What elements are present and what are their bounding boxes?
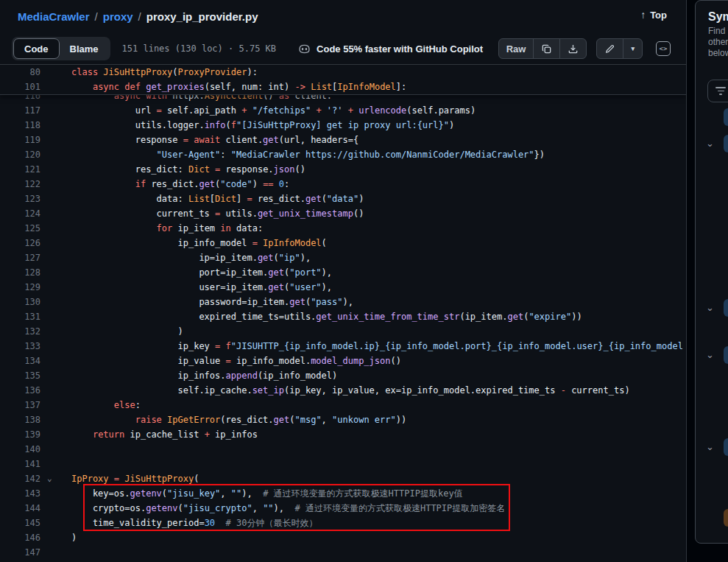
line-number[interactable]: 128: [0, 265, 40, 280]
line-number[interactable]: 122: [0, 177, 40, 192]
symbols-filter-input[interactable]: [707, 80, 728, 102]
symbol-list-item[interactable]: [696, 509, 728, 527]
code-text: ): [71, 530, 686, 545]
line-gutter: [40, 530, 71, 545]
code-text: port=ip_item.get("port"),: [71, 265, 686, 280]
code-text: IpProxy = JiSuHttpProxy(: [71, 471, 686, 486]
line-number[interactable]: 145: [0, 516, 40, 530]
symbols-sidebar: Sym Find other below ⌄ ⌄ ⌄ ⌄: [695, 0, 728, 544]
line-gutter: [40, 516, 71, 530]
raw-button[interactable]: Raw: [499, 39, 534, 58]
line-gutter: [40, 486, 71, 501]
code-text: "User-Agent": "MediaCrawler https://gith…: [71, 147, 686, 162]
symbol-list-item[interactable]: ⌄: [696, 299, 728, 317]
code-symbols-icon: <>: [656, 41, 671, 56]
code-text: crypto=os.getenv("jisu_crypto", ""), # 通…: [71, 501, 686, 516]
line-number[interactable]: 80: [0, 65, 40, 80]
line-number[interactable]: 130: [0, 295, 40, 309]
line-number[interactable]: 124: [0, 206, 40, 221]
line-number[interactable]: 101: [0, 80, 40, 94]
line-gutter: [40, 147, 71, 162]
line-number[interactable]: 121: [0, 162, 40, 177]
back-to-top-button[interactable]: ↑ Top: [640, 9, 667, 21]
line-number[interactable]: 146: [0, 530, 40, 545]
line-number[interactable]: 118: [0, 118, 40, 133]
code-line: 140: [0, 442, 686, 457]
symbols-panel-toggle-button[interactable]: <>: [652, 38, 674, 59]
line-number[interactable]: 136: [0, 383, 40, 398]
line-number[interactable]: 143: [0, 486, 40, 501]
chevron-down-icon[interactable]: ⌄: [706, 346, 722, 364]
code-text: url = self.api_path + "/fetchips" + '?' …: [71, 103, 686, 118]
line-number[interactable]: 135: [0, 368, 40, 383]
chevron-down-icon[interactable]: ⌄: [706, 438, 722, 456]
line-number[interactable]: 134: [0, 354, 40, 368]
line-number[interactable]: 127: [0, 250, 40, 265]
code-line: 144 crypto=os.getenv("jisu_crypto", ""),…: [0, 501, 686, 516]
code-line: 143 key=os.getenv("jisu_key", ""), # 通过环…: [0, 486, 686, 501]
chevron-down-icon[interactable]: ⌄: [706, 299, 722, 317]
code-line: 117 url = self.api_path + "/fetchips" + …: [0, 103, 686, 118]
line-number[interactable]: 147: [0, 545, 40, 560]
line-gutter: [40, 103, 71, 118]
symbol-list-item[interactable]: [696, 108, 728, 126]
line-number[interactable]: 139: [0, 427, 40, 442]
code-text: async def get_proxies(self, num: int) ->…: [71, 80, 686, 94]
tab-code[interactable]: Code: [13, 38, 60, 59]
line-number[interactable]: 125: [0, 221, 40, 236]
line-number[interactable]: 123: [0, 192, 40, 206]
line-gutter: [40, 339, 71, 354]
symbol-list-item[interactable]: ⌄: [696, 135, 728, 152]
line-number[interactable]: 141: [0, 457, 40, 471]
code-line: 134 ip_value = ip_info_model.model_dump_…: [0, 354, 686, 368]
breadcrumb-folder-link[interactable]: proxy: [103, 10, 133, 23]
chevron-down-icon[interactable]: ⌄: [706, 135, 722, 152]
code-line: 80class JiSuHttpProxy(ProxyProvider):: [0, 65, 686, 80]
symbol-list-item[interactable]: ⌄: [696, 346, 728, 364]
code-line: 119 response = await client.get(url, hea…: [0, 133, 686, 147]
line-number[interactable]: 129: [0, 280, 40, 295]
line-gutter: [40, 221, 71, 236]
code-line: 137 else:: [0, 398, 686, 412]
fold-chevron-down-icon[interactable]: ⌄: [40, 471, 71, 486]
copilot-banner[interactable]: Code 55% faster with GitHub Copilot: [298, 43, 483, 55]
line-number[interactable]: 142: [0, 471, 40, 486]
raw-copy-download-group: Raw: [498, 38, 587, 59]
line-number[interactable]: 144: [0, 501, 40, 516]
edit-button[interactable]: [597, 39, 623, 58]
line-number[interactable]: 120: [0, 147, 40, 162]
line-gutter: [40, 133, 71, 147]
line-number[interactable]: 119: [0, 133, 40, 147]
sticky-scope-header: 80class JiSuHttpProxy(ProxyProvider):101…: [0, 65, 686, 95]
line-number[interactable]: 138: [0, 412, 40, 427]
line-gutter: [40, 236, 71, 250]
code-blame-switch: Code Blame: [12, 37, 110, 60]
breadcrumb-repo-link[interactable]: MediaCrawler: [18, 10, 90, 23]
code-line: 126 ip_info_model = IpInfoModel(: [0, 236, 686, 250]
line-number[interactable]: 117: [0, 103, 40, 118]
edit-dropdown-button[interactable]: ▾: [623, 39, 642, 58]
toolbar-actions: Raw: [498, 38, 674, 59]
line-number[interactable]: 131: [0, 309, 40, 324]
download-button[interactable]: [559, 39, 586, 58]
line-gutter: [40, 309, 71, 324]
symbol-list-item[interactable]: ⌄: [696, 438, 728, 456]
code-line: 142⌄IpProxy = JiSuHttpProxy(: [0, 471, 686, 486]
code-line: 147: [0, 545, 686, 560]
download-icon: [568, 43, 579, 55]
line-gutter: [40, 354, 71, 368]
code-text: self.ip_cache.set_ip(ip_key, ip_value, e…: [71, 383, 686, 398]
code-text: ip_value = ip_info_model.model_dump_json…: [71, 354, 686, 368]
tab-blame[interactable]: Blame: [60, 38, 109, 59]
code-line: 135 ip_infos.append(ip_info_model): [0, 368, 686, 383]
code-text: key=os.getenv("jisu_key", ""), # 通过环境变量的…: [71, 486, 686, 501]
line-number[interactable]: 126: [0, 236, 40, 250]
line-number[interactable]: 132: [0, 324, 40, 339]
line-number[interactable]: 133: [0, 339, 40, 354]
code-text: ip=ip_item.get("ip"),: [71, 250, 686, 265]
code-line: 136 self.ip_cache.set_ip(ip_key, ip_valu…: [0, 383, 686, 398]
code-text: for ip_item in data:: [71, 221, 686, 236]
line-number[interactable]: 137: [0, 398, 40, 412]
line-number[interactable]: 140: [0, 442, 40, 457]
copy-button[interactable]: [533, 39, 559, 58]
